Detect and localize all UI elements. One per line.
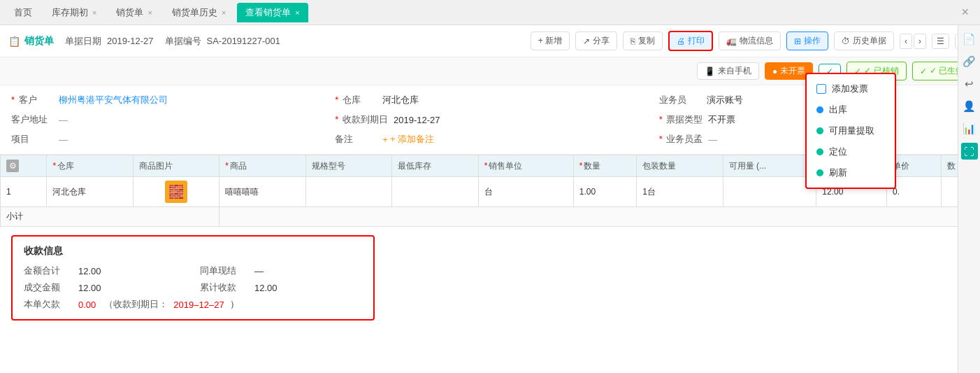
row-warehouse: 河北仓库 [47, 177, 133, 207]
staff-value: 演示账号 [707, 94, 743, 106]
operate-button[interactable]: ⊞ 操作 [786, 31, 828, 50]
outbound-label: 出库 [829, 104, 847, 116]
tab-inventory-label: 库存期初 [52, 6, 88, 19]
add-invoice-item[interactable]: 添加发票 [807, 78, 895, 99]
payment-box: 收款信息 金额合计 12.00 同单现结 — 成交金额 12.00 [11, 235, 375, 321]
doc-title: 📋 销货单 [8, 35, 54, 48]
sidebar-expand-icon[interactable]: ⛶ [961, 143, 978, 160]
customer-value[interactable]: 柳州粤港平安气体有限公司 [59, 94, 168, 106]
window-close-button[interactable]: × [956, 5, 974, 20]
tab-sales-label: 销货单 [116, 6, 143, 19]
project-label: 项目 [11, 133, 53, 146]
invoice-square-icon [816, 84, 826, 94]
available-extract-label: 可用量提取 [829, 125, 874, 137]
doc-no-label: 单据编号 SA-20191227-001 [165, 35, 281, 48]
row-qty: 1.00 [573, 177, 637, 207]
new-button[interactable]: + 新增 [531, 31, 570, 50]
doc-meta: 单据日期 2019-12-27 单据编号 SA-20191227-001 [65, 35, 280, 48]
available-extract-item[interactable]: 可用量提取 [807, 120, 895, 141]
print-button[interactable]: 🖨 打印 [668, 31, 713, 51]
warehouse-row: * 仓库 河北仓库 [335, 94, 644, 106]
refresh-dot-icon [816, 169, 823, 176]
sidebar-link-icon[interactable]: 🔗 [961, 53, 978, 70]
print-icon: 🖨 [677, 36, 685, 46]
available-extract-dot-icon [816, 127, 823, 134]
th-available: 可用量 (... [723, 155, 816, 177]
salesman-label: * 业务员孟 [659, 133, 703, 146]
due-date-value: 2019-12-27 [394, 115, 440, 125]
subtotal-row: 小计 [1, 207, 980, 227]
locate-dot-icon [816, 148, 823, 155]
same-order-label: 同单现结 [200, 265, 249, 277]
customer-label: * 客户 [11, 94, 53, 106]
th-pack-qty: 包装数量 [637, 155, 723, 177]
subtotal-label: 小计 [1, 207, 219, 227]
copy-icon: ⎘ [630, 36, 635, 46]
cumulative-label: 累计收款 [200, 281, 249, 294]
owed-label: 本单欠款 [24, 298, 73, 311]
owed-date: 2019–12–27 [173, 300, 224, 310]
history-button[interactable]: ⏱ 历史单据 [834, 31, 894, 50]
copy-button[interactable]: ⎘ 复制 [623, 31, 663, 50]
deal-value: 12.00 [78, 283, 101, 293]
cumulative-value: 12.00 [254, 283, 278, 293]
row-available [723, 177, 816, 207]
total-value: 12.00 [78, 266, 101, 276]
ticket-value: 不开票 [708, 113, 735, 126]
row-min-stock [392, 177, 478, 207]
from-phone-button[interactable]: 📱 来自手机 [697, 62, 759, 80]
tab-bar: 首页 库存期初 × 销货单 × 销货单历史 × 查看销货单 × × [0, 0, 980, 25]
row-image: 🧱 [133, 177, 219, 207]
row-product: 嘻嘻嘻嘻 [219, 177, 305, 207]
tab-view-sales-label: 查看销货单 [245, 6, 291, 19]
same-order-row: 同单现结 — [200, 265, 362, 277]
nav-arrows: ‹ › [900, 34, 926, 49]
doc-date-label: 单据日期 2019-12-27 [65, 35, 154, 48]
truck-icon: 🚛 [726, 36, 737, 46]
tab-view-sales-close[interactable]: × [295, 8, 299, 17]
total-label: 金额合计 [24, 265, 73, 277]
doc-actions: + 新增 ↗ 分享 ⎘ 复制 🖨 打印 🚛 物流信息 [531, 31, 972, 51]
tab-sales-history[interactable]: 销货单历史 × [164, 3, 234, 22]
share-button[interactable]: ↗ 分享 [575, 31, 617, 50]
sidebar-doc-icon[interactable]: 📄 [961, 31, 978, 48]
deal-label: 成交金额 [24, 281, 73, 294]
tab-view-sales[interactable]: 查看销货单 × [237, 3, 308, 22]
tab-sales[interactable]: 销货单 × [108, 3, 160, 22]
tab-sales-close[interactable]: × [147, 8, 152, 17]
plus-icon: + [382, 134, 388, 145]
settings-icon[interactable]: ⚙ [6, 160, 19, 172]
tab-sales-history-close[interactable]: × [222, 8, 226, 17]
th-min-stock: 最低库存 [392, 155, 478, 177]
outbound-dot-icon [816, 106, 823, 113]
logistics-button[interactable]: 🚛 物流信息 [719, 31, 781, 50]
tab-home[interactable]: 首页 [6, 3, 41, 22]
tab-inventory-close[interactable]: × [92, 8, 96, 17]
sidebar-return-icon[interactable]: ↩ [961, 76, 978, 92]
address-row: 客户地址 — [11, 113, 321, 126]
subtotal-values [219, 207, 980, 227]
prev-button[interactable]: ‹ [900, 34, 912, 49]
locate-item[interactable]: 定位 [807, 141, 895, 162]
view-toggle-list[interactable]: ☰ [932, 34, 949, 49]
bottom-section: 收款信息 金额合计 12.00 同单现结 — 成交金额 12.00 [0, 227, 980, 329]
grid-icon: ⊞ [794, 36, 801, 46]
refresh-label: 刷新 [829, 167, 847, 179]
customer-row: * 客户 柳州粤港平安气体有限公司 [11, 94, 321, 106]
th-qty: *数量 [573, 155, 637, 177]
add-note-button[interactable]: + + 添加备注 [382, 133, 434, 146]
note-row: 备注 + + 添加备注 [335, 133, 644, 146]
th-settings[interactable]: ⚙ [1, 155, 47, 177]
th-image: 商品图片 [133, 155, 219, 177]
refresh-item[interactable]: 刷新 [807, 162, 895, 183]
tab-inventory[interactable]: 库存期初 × [43, 3, 105, 22]
sidebar-user-icon[interactable]: 👤 [961, 98, 978, 115]
ticket-label: * 票据类型 [659, 113, 703, 126]
sidebar-chart-icon[interactable]: 📊 [961, 120, 978, 137]
payment-grid: 金额合计 12.00 同单现结 — 成交金额 12.00 累计收款 12.00 [24, 265, 362, 311]
cumulative-row: 累计收款 12.00 [200, 281, 362, 294]
tab-home-label: 首页 [14, 6, 32, 19]
phone-icon: 📱 [705, 66, 715, 76]
outbound-item[interactable]: 出库 [807, 99, 895, 120]
next-button[interactable]: › [914, 34, 926, 49]
